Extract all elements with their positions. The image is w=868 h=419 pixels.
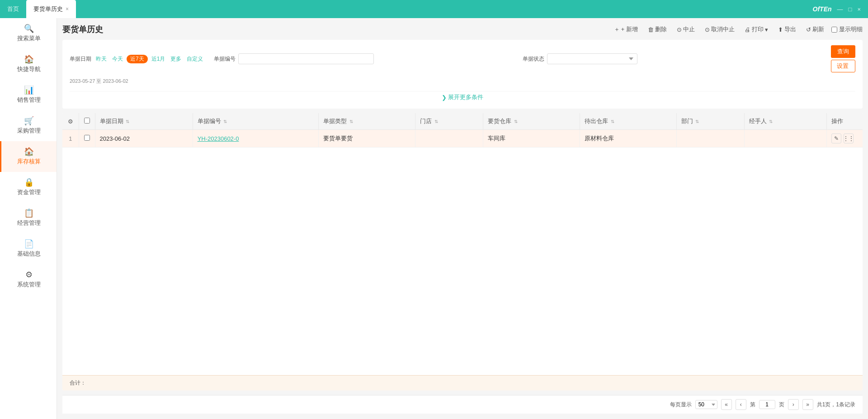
expand-chevron-icon: ❯ — [442, 94, 447, 101]
export-button[interactable]: ⬆ 导出 — [775, 24, 799, 35]
th-shop[interactable]: 门店 ⇅ — [415, 113, 483, 130]
cancel-stop-button[interactable]: ⊙ 取消中止 — [702, 24, 737, 35]
th-pending-warehouse-label: 待出仓库 — [585, 118, 608, 124]
th-doc-no[interactable]: 单据编号 ⇅ — [193, 113, 319, 130]
page-input[interactable] — [759, 400, 775, 409]
th-pending-warehouse[interactable]: 待出仓库 ⇅ — [580, 113, 676, 130]
display-detail-checkbox[interactable]: 显示明细 — [831, 25, 863, 33]
select-all-checkbox[interactable] — [84, 118, 90, 124]
display-detail-label: 显示明细 — [839, 25, 863, 33]
sidebar-item-base-info[interactable]: 📄 基础信息 — [0, 233, 57, 264]
tab-home-label: 首页 — [7, 5, 19, 13]
th-date-label: 单据日期 — [100, 118, 123, 124]
page-suffix: 页 — [779, 401, 784, 409]
settings-button[interactable]: 设置 — [831, 60, 855, 72]
th-department[interactable]: 部门 ⇅ — [676, 113, 744, 130]
table-footer: 合计： — [62, 375, 863, 390]
th-req-warehouse[interactable]: 要货仓库 ⇅ — [483, 113, 580, 130]
th-department-label: 部门 — [681, 118, 693, 124]
sidebar-item-operations[interactable]: 📋 经营管理 — [0, 203, 57, 233]
new-icon: ＋ — [614, 25, 620, 33]
doc-no-filter: 单据编号 — [214, 53, 513, 64]
print-button[interactable]: 🖨 打印 ▾ — [742, 24, 771, 35]
th-doc-no-label: 单据编号 — [198, 118, 221, 124]
tab-requisition-history[interactable]: 要货单历史 × — [26, 0, 76, 18]
doc-no-input[interactable] — [238, 53, 374, 64]
sidebar-item-purchase[interactable]: 🛒 采购管理 — [0, 110, 57, 141]
sidebar-item-sales-label: 销售管理 — [17, 96, 41, 104]
purchase-icon: 🛒 — [24, 117, 34, 125]
sidebar-item-system[interactable]: ⚙ 系统管理 — [0, 264, 57, 295]
th-doc-type[interactable]: 单据类型 ⇅ — [319, 113, 415, 130]
td-handler — [744, 130, 826, 148]
sort-shop-icon: ⇅ — [434, 119, 438, 124]
th-handler[interactable]: 经手人 ⇅ — [744, 113, 826, 130]
delete-button[interactable]: 🗑 删除 — [645, 24, 670, 35]
data-table: ⚙ 单据日期 ⇅ 单据编号 ⇅ 单据类型 — [62, 113, 863, 148]
sidebar-item-sales[interactable]: 📊 销售管理 — [0, 80, 57, 110]
date-shortcut-today[interactable]: 今天 — [110, 55, 125, 63]
per-page-select[interactable]: 50 20 100 200 — [695, 400, 717, 409]
sort-handler-icon: ⇅ — [769, 119, 773, 124]
query-button[interactable]: 查询 — [831, 45, 855, 58]
cancel-stop-icon: ⊙ — [705, 26, 710, 33]
stop-button[interactable]: ⊙ 中止 — [674, 24, 698, 35]
doc-no-link[interactable]: YH-20230602-0 — [198, 135, 239, 142]
main-layout: 🔍 搜索菜单 🏠 快捷导航 📊 销售管理 🛒 采购管理 🏠 库存核算 🔒 资金管… — [0, 18, 868, 419]
sidebar-item-system-label: 系统管理 — [17, 281, 41, 289]
sidebar: 🔍 搜索菜单 🏠 快捷导航 📊 销售管理 🛒 采购管理 🏠 库存核算 🔒 资金管… — [0, 18, 57, 419]
sidebar-item-finance[interactable]: 🔒 资金管理 — [0, 172, 57, 203]
sidebar-item-search-menu[interactable]: 🔍 搜索菜单 — [0, 18, 57, 49]
new-button[interactable]: ＋ + 新增 — [611, 24, 641, 35]
sidebar-item-base-info-label: 基础信息 — [17, 250, 41, 258]
th-doc-type-label: 单据类型 — [323, 118, 347, 124]
last-page-btn[interactable]: » — [802, 399, 813, 410]
th-action: 操作 — [826, 113, 863, 130]
page-label: 第 — [750, 401, 755, 409]
query-settings-group: 查询 设置 — [831, 45, 855, 72]
th-gear[interactable]: ⚙ — [62, 113, 79, 130]
minimize-btn[interactable]: — — [837, 6, 843, 13]
page-title: 要货单历史 — [62, 24, 103, 35]
th-checkbox[interactable] — [79, 113, 95, 130]
table-row[interactable]: 1 2023-06-02 YH-20230602-0 要货单要货 车间库 原材料… — [62, 130, 863, 148]
sidebar-item-search-menu-label: 搜索菜单 — [17, 34, 41, 43]
tab-home[interactable]: 首页 — [0, 0, 26, 18]
sort-doc-no-icon: ⇅ — [223, 119, 227, 124]
sidebar-item-quick-nav[interactable]: 🏠 快捷导航 — [0, 49, 57, 80]
row-more-icon[interactable]: ⋮⋮ — [844, 133, 854, 143]
status-select[interactable] — [547, 53, 637, 64]
th-date[interactable]: 单据日期 ⇅ — [95, 113, 193, 130]
status-label: 单据状态 — [523, 55, 544, 63]
tab-close-icon[interactable]: × — [66, 6, 69, 12]
table-container: ⚙ 单据日期 ⇅ 单据编号 ⇅ 单据类型 — [62, 113, 863, 390]
finance-icon: 🔒 — [24, 178, 34, 186]
date-shortcut-1month[interactable]: 近1月 — [150, 55, 167, 63]
row-checkbox[interactable] — [84, 135, 90, 141]
th-action-label: 操作 — [831, 118, 843, 124]
display-detail-input[interactable] — [831, 27, 837, 33]
date-filter-label: 单据日期 — [70, 55, 91, 63]
td-doc-no[interactable]: YH-20230602-0 — [193, 130, 319, 148]
row-edit-icon[interactable]: ✎ — [831, 133, 841, 143]
sidebar-item-inventory[interactable]: 🏠 库存核算 — [0, 141, 57, 172]
filter-row-date-range: 2023-05-27 至 2023-06-02 — [70, 77, 855, 85]
date-shortcut-7days[interactable]: 近7天 — [127, 55, 148, 63]
next-page-btn[interactable]: › — [788, 399, 799, 410]
td-checkbox[interactable] — [79, 130, 95, 148]
first-page-btn[interactable]: « — [721, 399, 732, 410]
operations-icon: 📋 — [24, 209, 34, 217]
prev-page-btn[interactable]: ‹ — [736, 399, 746, 410]
refresh-button[interactable]: ↺ 刷新 — [803, 24, 827, 35]
maximize-btn[interactable]: □ — [849, 6, 852, 13]
date-shortcut-more[interactable]: 更多 — [169, 55, 183, 63]
close-btn[interactable]: × — [857, 6, 861, 13]
sidebar-item-purchase-label: 采购管理 — [17, 127, 41, 135]
expand-more-btn[interactable]: ❯ 展开更多条件 — [70, 91, 855, 103]
date-filter: 单据日期 昨天 今天 近7天 近1月 更多 自定义 — [70, 55, 205, 63]
sidebar-item-finance-label: 资金管理 — [17, 188, 41, 196]
cancel-stop-label: 取消中止 — [711, 25, 735, 33]
date-shortcut-custom[interactable]: 自定义 — [185, 55, 205, 63]
th-handler-label: 经手人 — [749, 118, 767, 124]
date-shortcut-yesterday[interactable]: 昨天 — [94, 55, 108, 63]
